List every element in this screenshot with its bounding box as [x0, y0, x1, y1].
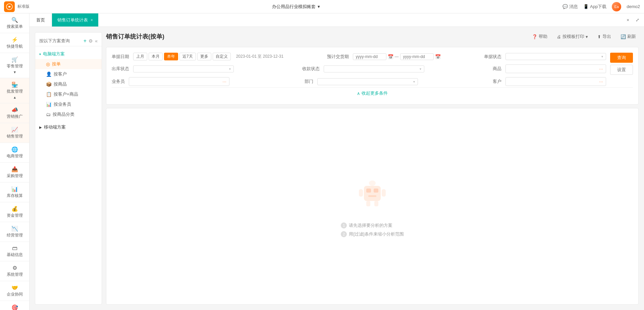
topbar: 标准版 办公用品行业模拟账套 ▾ 💬 消息 📱 App下载 Ea demo2 — [0, 0, 644, 13]
scheme-by-category[interactable]: 🗂 按商品分类 — [35, 109, 102, 119]
sidebar-item-sales[interactable]: 📈 销售管理 — [0, 123, 29, 143]
filter-row-3: 业务员 ··· 部门 ▾ 客户 — [112, 77, 606, 86]
scheme-by-customer[interactable]: 👤 按客户 — [35, 69, 102, 79]
delivery-arrow-icon: ▾ — [229, 67, 231, 71]
wholesale-icon: 🏪 — [11, 82, 18, 88]
scheme-product-icon: 📦 — [46, 82, 52, 87]
order-status-arrow-icon: ▾ — [601, 55, 603, 58]
scheme-group-desktop-label[interactable]: ▾ 电脑端方案 — [35, 49, 102, 59]
customer-dots-icon: ··· — [599, 79, 603, 84]
tab-minimize-btn[interactable]: × — [624, 16, 632, 24]
sidebar-item-label: 库存核算 — [7, 193, 23, 199]
sidebar: 🔍 搜索菜单 ⚡ 快捷导航 🛒 零售管理 ▾ 🏪 批发管理 ▴ 📣 营销推广 📈… — [0, 13, 30, 310]
btn-last-month[interactable]: 上月 — [133, 53, 147, 60]
scheme-by-customer-product[interactable]: 📋 按客户+商品 — [35, 89, 102, 99]
scheme-order-icon: ◎ — [46, 61, 50, 67]
tab-close-icon[interactable]: × — [91, 18, 93, 22]
sidebar-item-search-menu[interactable]: 🔍 搜索菜单 — [0, 13, 29, 33]
topbar-right: 💬 消息 📱 App下载 Ea demo2 — [562, 2, 640, 11]
btn-this-year[interactable]: 本年 — [164, 53, 178, 60]
scheme-by-order[interactable]: ◎ 按单 — [35, 59, 102, 69]
tab-sales-order-stats[interactable]: 销售订单统计表 × — [52, 13, 98, 27]
sidebar-item-finance[interactable]: 💰 资金管理 — [0, 202, 29, 222]
date-range-picker: 📅 — 📅 — [353, 53, 441, 60]
scheme-customer-icon: 👤 — [46, 71, 52, 77]
sidebar-item-newbie[interactable]: 🎯 新手引导 — [0, 301, 29, 310]
layout: 🔍 搜索菜单 ⚡ 快捷导航 🛒 零售管理 ▾ 🏪 批发管理 ▴ 📣 营销推广 📈… — [0, 13, 644, 310]
sidebar-item-label: 零售管理 — [7, 63, 23, 69]
export-btn[interactable]: ⬆ 导出 — [595, 32, 614, 41]
message-btn[interactable]: 💬 消息 — [562, 4, 578, 10]
sidebar-item-basic[interactable]: 🗃 基础信息 — [0, 242, 29, 261]
payment-status-select[interactable]: ▾ — [324, 65, 424, 72]
department-select[interactable]: ▾ — [317, 78, 418, 85]
collapse-panel-btn[interactable]: « — [95, 38, 98, 44]
product-dots-icon: ··· — [599, 66, 603, 71]
refresh-btn[interactable]: 🔄 刷新 — [618, 32, 639, 41]
collapse-filter-btn[interactable]: ∧ 收起更多条件 — [112, 87, 633, 99]
avatar[interactable]: Ea — [612, 2, 621, 11]
sidebar-item-marketing[interactable]: 📣 营销推广 — [0, 103, 29, 123]
collapse-arrow-icon: ▾ — [39, 52, 41, 56]
empty-illustration — [352, 176, 392, 216]
topbar-left: 标准版 — [4, 1, 30, 12]
sidebar-item-ecommerce[interactable]: 🌐 电商管理 — [0, 143, 29, 163]
scheme-category-icon: 🗂 — [46, 112, 51, 117]
svg-rect-3 — [374, 189, 378, 193]
payment-arrow-icon: ▾ — [420, 67, 421, 71]
sidebar-item-inventory[interactable]: 📊 库存核算 — [0, 183, 29, 202]
system-icon: ⚙ — [12, 265, 17, 271]
print-btn[interactable]: 🖨 按模板打印 ▾ — [554, 32, 591, 41]
scheme-by-product[interactable]: 📦 按商品 — [35, 79, 102, 89]
tab-maximize-btn[interactable]: ⤢ — [633, 16, 641, 24]
scheme-settings-btn[interactable]: ⚙ — [89, 38, 93, 44]
sidebar-item-operations[interactable]: 📉 经营管理 — [0, 222, 29, 242]
inventory-icon: 📊 — [11, 186, 18, 192]
chevron-up-icon: ▴ — [14, 95, 16, 100]
tab-home[interactable]: 首页 — [30, 13, 52, 27]
sidebar-item-cooperation[interactable]: 🤝 企业协同 — [0, 281, 29, 301]
scheme-group-mobile-label[interactable]: ▶ 移动端方案 — [35, 122, 102, 132]
order-status-select[interactable]: ▾ — [505, 53, 606, 60]
btn-more[interactable]: 更多 — [197, 53, 211, 60]
customer-select[interactable]: ··· — [505, 77, 606, 86]
message-label: 消息 — [569, 4, 578, 10]
btn-last-7-days[interactable]: 近7天 — [179, 53, 196, 60]
topbar-breadcrumb[interactable]: 办公用品行业模拟账套 ▾ — [272, 4, 320, 10]
sidebar-item-label: 搜索菜单 — [7, 24, 23, 30]
btn-custom[interactable]: 自定义 — [213, 53, 231, 60]
payment-status-label: 收款状态 — [302, 66, 320, 72]
right-content: 销售订单统计表(按单) ❓ 帮助 🖨 按模板打印 ▾ ⬆ — [106, 32, 639, 305]
main-area: 首页 销售订单统计表 × × ⤢ 按以下方案查询 — [30, 13, 644, 310]
search-button[interactable]: 查询 — [610, 53, 633, 63]
salesman-select[interactable]: ··· — [129, 77, 229, 86]
nav-icon: ⚡ — [11, 37, 18, 43]
sidebar-item-purchase[interactable]: 📥 采购管理 — [0, 163, 29, 183]
date-end-input[interactable] — [400, 53, 434, 60]
add-scheme-btn[interactable]: + — [84, 38, 87, 44]
page-title: 销售订单统计表(按单) — [106, 33, 164, 41]
svg-rect-6 — [382, 189, 386, 197]
minimize-icon: × — [627, 17, 629, 22]
help-btn[interactable]: ❓ 帮助 — [529, 32, 550, 41]
sidebar-item-label: 系统管理 — [7, 272, 23, 277]
date-start-input[interactable] — [353, 53, 386, 60]
tab-label: 销售订单统计表 — [57, 17, 88, 23]
app-download-btn[interactable]: 📱 App下载 — [583, 4, 606, 10]
left-panel-header: 按以下方案查询 + ⚙ « — [35, 36, 102, 46]
sidebar-item-quick-nav[interactable]: ⚡ 快捷导航 — [0, 33, 29, 53]
sidebar-item-system[interactable]: ⚙ 系统管理 — [0, 261, 29, 281]
date-range-text: 2023-01-01 至 2023-12-31 — [236, 54, 283, 59]
product-select[interactable]: ··· — [505, 64, 606, 73]
left-panel: 按以下方案查询 + ⚙ « ▾ 电脑端方案 ◎ 按单 — [35, 32, 102, 305]
page-actions: ❓ 帮助 🖨 按模板打印 ▾ ⬆ 导出 🔄 — [529, 32, 639, 41]
btn-this-month[interactable]: 本月 — [149, 53, 163, 60]
sidebar-item-wholesale[interactable]: 🏪 批发管理 ▴ — [0, 78, 29, 103]
delivery-status-select[interactable]: ▾ — [133, 65, 234, 72]
breadcrumb-arrow: ▾ — [318, 4, 320, 9]
basic-icon: 🗃 — [12, 245, 17, 251]
settings-button[interactable]: 设置 — [610, 65, 633, 75]
scheme-by-salesman[interactable]: 📊 按业务员 — [35, 99, 102, 109]
filter-row-1: 单据日期 上月 本月 本年 近7天 更多 自定义 2023-01-01 至 20… — [112, 53, 606, 60]
sidebar-item-retail[interactable]: 🛒 零售管理 ▾ — [0, 53, 29, 78]
